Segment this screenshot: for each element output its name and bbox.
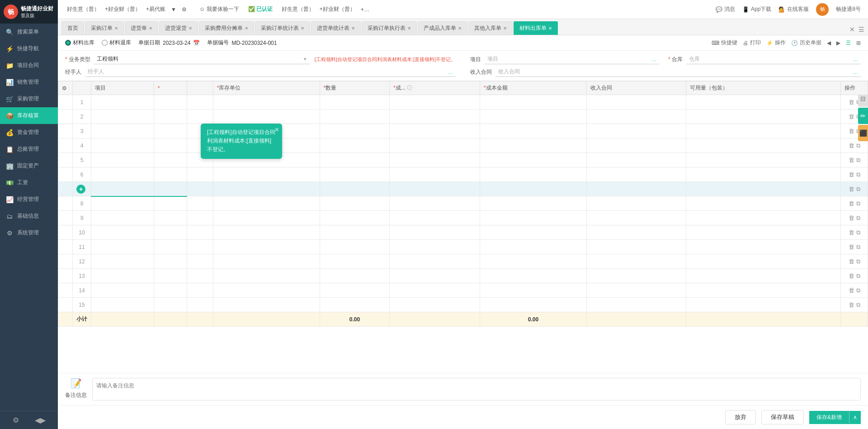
tab-menu-icon[interactable]: ☰: [859, 26, 864, 33]
table-cell[interactable]: [91, 269, 154, 283]
copy-row-icon[interactable]: ⧉: [856, 229, 860, 236]
table-cell[interactable]: [686, 124, 840, 138]
tab-close-icon[interactable]: ✕: [503, 26, 507, 31]
info-icon[interactable]: ⓘ: [407, 85, 412, 91]
table-cell[interactable]: [480, 124, 587, 138]
business-type-value[interactable]: 工程领料 ▼: [94, 54, 310, 64]
table-cell[interactable]: [390, 110, 480, 124]
table-cell[interactable]: [187, 211, 213, 225]
sidebar-item-basic[interactable]: 🗂 基础信息: [0, 208, 58, 224]
tab-other-in[interactable]: 其他入库单 ✕: [468, 21, 513, 35]
table-cell[interactable]: [154, 95, 187, 110]
table-cell[interactable]: [686, 225, 840, 240]
table-cell[interactable]: [213, 254, 320, 269]
delete-row-icon[interactable]: 🗑: [849, 113, 854, 120]
sidebar-item-salary[interactable]: 💵 工资: [0, 174, 58, 191]
copy-row-icon[interactable]: ⧉: [856, 157, 860, 164]
table-cell[interactable]: [686, 240, 840, 254]
table-cell[interactable]: [390, 182, 480, 196]
table-cell[interactable]: [320, 240, 390, 254]
table-cell[interactable]: [390, 95, 480, 110]
topbar-link2-haoyecai[interactable]: +好业财（普）: [318, 5, 357, 14]
tab-material-out[interactable]: 材料出库单 ✕: [514, 21, 558, 35]
tab-purchase-exec[interactable]: 采购订单执行表 ✕: [362, 21, 417, 35]
income-contract-more-icon[interactable]: …: [853, 69, 858, 75]
table-cell[interactable]: [213, 196, 320, 211]
tab-close-icon[interactable]: ✕: [458, 26, 462, 31]
history-button[interactable]: 🕐 历史单据: [791, 39, 821, 47]
table-cell[interactable]: [686, 110, 840, 124]
table-cell[interactable]: [586, 240, 686, 254]
table-cell[interactable]: [480, 254, 587, 269]
table-cell[interactable]: [480, 182, 587, 196]
tab-purchase-fee[interactable]: 采购费用分摊单 ✕: [199, 21, 254, 35]
table-cell[interactable]: [480, 269, 587, 283]
delete-row-icon[interactable]: 🗑: [849, 171, 854, 178]
table-cell[interactable]: [91, 110, 154, 124]
table-cell[interactable]: [686, 254, 840, 269]
table-cell[interactable]: [213, 283, 320, 298]
table-cell[interactable]: [480, 138, 587, 153]
discard-button[interactable]: 放弃: [725, 410, 756, 424]
table-cell[interactable]: [586, 196, 686, 211]
table-cell[interactable]: [320, 124, 390, 138]
table-cell[interactable]: [213, 182, 320, 196]
save-new-button[interactable]: 保存&新增 ∧: [809, 411, 861, 424]
table-cell[interactable]: [586, 211, 686, 225]
copy-row-icon[interactable]: ⧉: [856, 272, 860, 280]
topbar-link2-more[interactable]: +…: [359, 5, 371, 14]
delete-row-icon[interactable]: 🗑: [849, 128, 854, 134]
table-cell[interactable]: [91, 211, 154, 225]
table-cell[interactable]: [187, 167, 213, 182]
topbar-link-haoshengyi[interactable]: 好生意（普）: [65, 5, 101, 14]
table-cell[interactable]: [187, 110, 213, 124]
copy-row-icon[interactable]: ⧉: [856, 171, 860, 178]
table-cell[interactable]: [390, 254, 480, 269]
tab-purchase-stat[interactable]: 采购订单统计表 ✕: [255, 21, 310, 35]
table-cell[interactable]: [187, 298, 213, 312]
table-cell[interactable]: [686, 283, 840, 298]
save-new-arrow[interactable]: ∧: [849, 411, 861, 423]
table-cell[interactable]: [686, 182, 840, 196]
tab-incoming-stat[interactable]: 进货单统计表 ✕: [311, 21, 361, 35]
table-cell[interactable]: [187, 240, 213, 254]
table-cell[interactable]: [213, 211, 320, 225]
table-cell[interactable]: [686, 153, 840, 167]
sidebar-item-finance[interactable]: 💰 资金管理: [0, 124, 58, 141]
table-cell[interactable]: [480, 110, 587, 124]
table-cell[interactable]: [91, 283, 154, 298]
table-cell[interactable]: [686, 269, 840, 283]
tab-incoming[interactable]: 进货单 ✕: [125, 21, 158, 35]
date-value[interactable]: 2023-03-24: [163, 40, 190, 46]
table-cell[interactable]: [480, 153, 587, 167]
project-value[interactable]: 项目 …: [485, 54, 659, 64]
delete-row-icon[interactable]: 🗑: [849, 258, 854, 265]
table-cell[interactable]: [320, 167, 390, 182]
table-cell[interactable]: [390, 240, 480, 254]
delete-row-icon[interactable]: 🗑: [849, 200, 854, 207]
table-cell[interactable]: [586, 298, 686, 312]
table-cell[interactable]: [586, 153, 686, 167]
table-cell[interactable]: [390, 124, 480, 138]
tab-purchase-order[interactable]: 采购订单 ✕: [85, 21, 124, 35]
tab-incoming-return[interactable]: 进货退货 ✕: [159, 21, 198, 35]
tab-close-icon[interactable]: ✕: [301, 26, 304, 31]
table-cell[interactable]: [686, 211, 840, 225]
table-cell[interactable]: [320, 95, 390, 110]
delete-row-icon[interactable]: 🗑: [849, 186, 854, 192]
table-cell[interactable]: [154, 182, 187, 196]
table-cell[interactable]: [213, 240, 320, 254]
table-cell[interactable]: [213, 110, 320, 124]
copy-row-icon[interactable]: ⧉: [856, 142, 860, 149]
sidebar-item-sales[interactable]: 📊 销售管理: [0, 74, 58, 91]
tab-close-icon[interactable]: ✕: [351, 26, 355, 31]
table-cell[interactable]: [91, 95, 154, 110]
nav-prev-icon[interactable]: ◀: [827, 40, 831, 46]
table-cell[interactable]: [586, 225, 686, 240]
tab-home[interactable]: 首页: [61, 21, 84, 35]
collapse-icon[interactable]: ◀▶: [35, 416, 46, 424]
table-cell[interactable]: [390, 153, 480, 167]
notes-input[interactable]: [92, 378, 861, 400]
table-cell[interactable]: [320, 254, 390, 269]
table-cell[interactable]: [320, 283, 390, 298]
